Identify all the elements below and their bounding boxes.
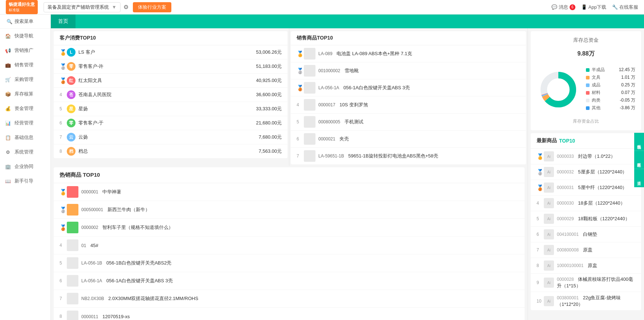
- hot-product-image: [67, 186, 78, 198]
- quick-nav-icon: 🏠: [4, 32, 12, 40]
- product-info: 001000002 雪地靴: [318, 67, 520, 74]
- base-info-icon: 📋: [4, 134, 12, 141]
- product-name: 2.0X30MM双搓花轴搓花直径2.1MM/ROHS: [108, 296, 198, 301]
- sidebar-item-operation[interactable]: 📊经营管理: [0, 116, 50, 130]
- customer-amount: 21,680.00元: [256, 120, 282, 126]
- sidebar-item-marketing[interactable]: 📢营销推广: [0, 43, 50, 58]
- search-icon: 🔍: [7, 19, 12, 24]
- customer-name: LS 客户: [78, 49, 256, 56]
- rank-number: 9: [537, 280, 544, 285]
- legend-dot: [586, 68, 590, 72]
- bronze-medal-icon: 🥉: [537, 184, 544, 191]
- right-column: 库存总资金 9.88万: [528, 28, 644, 320]
- newest-product-name: 白钢垫: [583, 231, 597, 237]
- rank-number: 4: [60, 92, 67, 97]
- newest-product-image: Ai: [544, 245, 554, 255]
- sidebar-item-quick-nav[interactable]: 🏠快捷导航: [0, 29, 50, 43]
- purchase-icon: 🛒: [4, 76, 12, 83]
- hot-product-image: [67, 257, 78, 269]
- product-code: LA-056-1B: [81, 260, 102, 266]
- settings-icon[interactable]: ⚙: [123, 4, 129, 11]
- newest-product-info: 10000100001 原盅: [557, 262, 635, 269]
- trial-button[interactable]: 体验行业方案: [133, 2, 171, 12]
- sidebar-item-inventory[interactable]: 📦库存核算: [0, 87, 50, 101]
- product-info: 0000021 夹壳: [318, 136, 520, 142]
- rank-number: 6: [537, 232, 544, 237]
- newest-product-image: Ai: [544, 151, 554, 161]
- rank-number: 4: [60, 243, 67, 248]
- newest-product-row: 🏅 Ai 0000033 封边带（1.0*22）: [531, 149, 641, 164]
- rank-number: 8: [537, 263, 544, 268]
- system-select[interactable]: 装备及固定资产辅助管理系统 ▼: [44, 2, 121, 12]
- product-code: LA-056-1A: [81, 278, 102, 283]
- silver-medal-icon: 🥈: [60, 206, 67, 213]
- customer-name: 零售客户-许: [78, 63, 256, 70]
- product-name: 电池盖 LA-089 ABS本色+黑种 7.1克: [337, 51, 412, 56]
- hot-title-text: 热销商品 TOP10: [60, 172, 100, 178]
- customer-amount: 53,006.26元: [256, 49, 282, 56]
- phone-icon: 📱: [581, 4, 587, 10]
- newest-product-image: Ai: [544, 260, 554, 271]
- inventory-title: 库存总资金: [537, 37, 635, 44]
- sidebar-item-guide[interactable]: 📖新手引导: [0, 174, 50, 188]
- sidebar-item-purchase[interactable]: 🛒采购管理: [0, 72, 50, 87]
- hot-products-section: 热销商品 TOP10 🏅 0000001 中华神薯 🥈 000500001 新西…: [54, 167, 525, 320]
- float-btn-服务社区[interactable]: 服务社区: [634, 151, 644, 169]
- inventory-amount-value: 9.88: [577, 50, 588, 57]
- product-sales-row: 5 000800005 手机测试: [291, 114, 526, 131]
- newest-product-code: 0000033: [557, 154, 574, 159]
- system-selector-area: 装备及固定资产辅助管理系统 ▼ ⚙ 体验行业方案: [44, 2, 551, 12]
- product-sales-title: 销售商品TOP10: [297, 35, 333, 41]
- newest-product-image: Ai: [544, 182, 554, 193]
- newest-product-code: 10000100001: [557, 263, 583, 268]
- customer-avatar: 云: [67, 133, 76, 141]
- newest-top10-label: TOP10: [559, 138, 575, 144]
- sidebar-search[interactable]: 🔍 搜索菜单: [0, 15, 50, 29]
- rank-number: 10: [537, 299, 544, 304]
- product-code: 0000011: [81, 314, 98, 319]
- gold-medal-icon: 🏅: [297, 50, 304, 57]
- customer-title-text: 客户消费TOP10: [60, 35, 96, 41]
- customer-name: 苍南县人民医院: [78, 91, 256, 98]
- app-download-button[interactable]: 📱 App下载: [581, 4, 606, 11]
- newest-product-code: 0000029: [557, 216, 574, 221]
- home-tab[interactable]: 首页: [51, 15, 76, 28]
- gold-medal-icon: 🏅: [60, 49, 67, 56]
- product-name: 新西兰牛肉（新牛）: [107, 207, 150, 212]
- rank-number: 5: [60, 260, 67, 266]
- sidebar-item-system[interactable]: ⚙系统管理: [0, 145, 50, 159]
- marketing-icon: 📢: [4, 47, 12, 54]
- rank-number: 6: [60, 120, 67, 126]
- newest-product-name: 原盖: [583, 247, 592, 253]
- hot-product-row: 6 LA-056-1A 056-1A白色按键开关盖ABS 3壳: [54, 272, 525, 290]
- message-icon: 💬: [551, 4, 557, 10]
- online-service-button[interactable]: 🔧 在线客服: [612, 4, 638, 11]
- product-code: LA-056-1A: [318, 85, 339, 90]
- float-btn-直播[interactable]: 直播: [634, 169, 644, 187]
- newest-product-name: 18颗粒板（1220*2440）: [578, 216, 629, 221]
- product-sales-header: 销售商品TOP10: [291, 31, 526, 45]
- sidebar-item-base-info[interactable]: 📋基础信息: [0, 130, 50, 145]
- legend-dot: [586, 106, 590, 110]
- customer-row: 6 零 零售客户-于 21,680.00元: [54, 116, 288, 130]
- sales-icon: 💼: [4, 61, 12, 69]
- float-btn-客服热线[interactable]: 客服热线: [634, 133, 644, 151]
- product-code: 0000001: [81, 189, 98, 194]
- newest-product-code: 0000032: [557, 169, 574, 175]
- legend-label: 肉类: [592, 97, 617, 103]
- product-code: 001000002: [318, 68, 340, 73]
- rank-number: 6: [297, 136, 304, 141]
- sidebar-item-sales[interactable]: 💼销售管理: [0, 58, 50, 72]
- sidebar-search-label: 搜索菜单: [15, 18, 33, 25]
- message-button[interactable]: 💬 消息 6: [551, 4, 575, 11]
- product-code: 000500001: [81, 207, 103, 212]
- sidebar-item-enterprise[interactable]: 🏢企业协同: [0, 159, 50, 174]
- customer-avatar: 星: [67, 104, 76, 113]
- newest-product-row: 8 Ai 10000100001 原盅: [531, 258, 641, 274]
- hot-product-info: 0000002 智利车子里（规格不知道填什么）: [81, 224, 519, 231]
- customer-amount: 33,333.00元: [256, 106, 282, 112]
- newest-product-code: 000800008: [557, 247, 579, 253]
- hot-product-row: 🥉 0000002 智利车子里（规格不知道填什么）: [54, 219, 525, 237]
- sidebar-item-finance[interactable]: 💰资金管理: [0, 101, 50, 116]
- hot-product-row: 8 0000011 12070519-xs: [54, 308, 525, 320]
